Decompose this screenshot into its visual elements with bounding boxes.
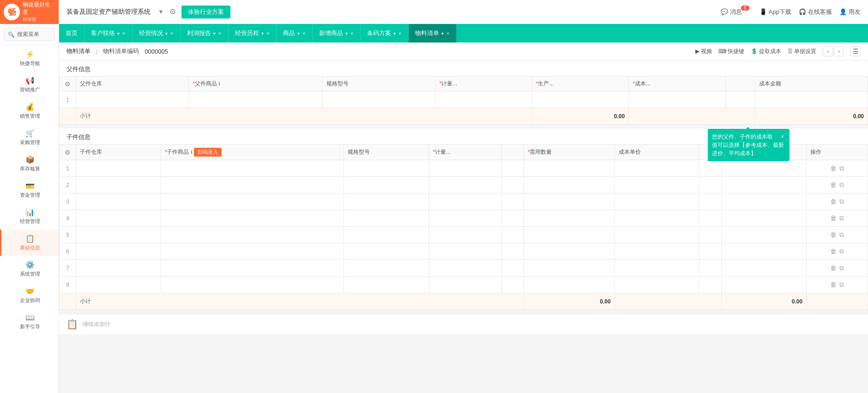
- delete-icon[interactable]: 🗑: [830, 214, 837, 222]
- sidebar-item-guide[interactable]: 📖 新手引导: [0, 308, 59, 335]
- tab-close-icon[interactable]: ✕: [266, 31, 270, 36]
- scan-input-button[interactable]: 扫码录入: [194, 148, 222, 157]
- tab-close-icon[interactable]: ✕: [446, 31, 450, 36]
- delete-icon[interactable]: 🗑: [830, 181, 837, 189]
- child-cell-warehouse[interactable]: [76, 210, 161, 227]
- child-cell-unit-cost[interactable]: [615, 260, 699, 277]
- nav-tab-首页[interactable]: 首页: [59, 24, 84, 42]
- delete-icon[interactable]: 🗑: [830, 164, 837, 172]
- sidebar-item-finance[interactable]: 💳 资金管理: [0, 177, 59, 203]
- parent-cell-warehouse[interactable]: [76, 91, 189, 108]
- tab-close-icon[interactable]: ✕: [398, 31, 402, 36]
- child-cell-spec[interactable]: [344, 227, 429, 243]
- parent-cell-spec[interactable]: [323, 91, 435, 108]
- tab-close-icon[interactable]: ✕: [218, 31, 222, 36]
- parent-col-settings[interactable]: ⚙: [60, 77, 76, 91]
- nav-tab-商品[interactable]: 商品▾✕: [277, 24, 313, 42]
- tab-close-icon[interactable]: ✕: [122, 31, 126, 36]
- child-cell-qty[interactable]: [429, 160, 501, 177]
- copy-icon[interactable]: ⧉: [839, 198, 844, 206]
- online-service-item[interactable]: 🎧 在线客服: [799, 8, 832, 16]
- child-cell-qty[interactable]: [429, 277, 501, 293]
- child-cell-warehouse[interactable]: [76, 260, 161, 277]
- sidebar-item-sales[interactable]: 💰 销售管理: [0, 98, 59, 124]
- child-cell-spec[interactable]: [344, 193, 429, 210]
- child-cell-qty[interactable]: [429, 243, 501, 260]
- tab-close-icon[interactable]: ✕: [302, 31, 306, 36]
- tab-close-icon[interactable]: ✕: [350, 31, 354, 36]
- child-cell-unit-cost[interactable]: [615, 160, 699, 177]
- tab-dropdown-icon[interactable]: ▾: [117, 31, 120, 36]
- cost-action[interactable]: 💲 提取成本: [751, 48, 781, 55]
- video-action[interactable]: ▶ 视频: [695, 48, 712, 55]
- child-cell-product[interactable]: [161, 243, 344, 260]
- child-cell-product[interactable]: [161, 277, 344, 293]
- child-cell-warehouse[interactable]: [76, 227, 161, 243]
- child-cell-unit-cost[interactable]: [615, 210, 699, 227]
- delete-icon[interactable]: 🗑: [830, 198, 837, 206]
- settings-action[interactable]: ☰ 单据设置: [788, 48, 816, 55]
- child-cell-unit-cost[interactable]: [615, 177, 699, 193]
- copy-icon[interactable]: ⧉: [839, 231, 844, 239]
- child-col-settings[interactable]: ⚙: [60, 145, 76, 160]
- delete-icon[interactable]: 🗑: [830, 264, 837, 272]
- child-cell-qty[interactable]: [429, 260, 501, 277]
- child-cell-unit-cost[interactable]: [615, 227, 699, 243]
- child-cell-needed[interactable]: [524, 210, 615, 227]
- delete-icon[interactable]: 🗑: [830, 231, 837, 239]
- copy-icon[interactable]: ⧉: [839, 248, 844, 255]
- parent-cell-cost[interactable]: [629, 91, 725, 108]
- tab-dropdown-icon[interactable]: ▾: [345, 31, 348, 36]
- message-item[interactable]: 💬 消息 6: [721, 8, 752, 16]
- tab-dropdown-icon[interactable]: ▾: [213, 31, 216, 36]
- parent-cell-product[interactable]: [189, 91, 323, 108]
- nav-tab-新增商品[interactable]: 新增商品▾✕: [313, 24, 361, 42]
- child-cell-unit-cost[interactable]: [615, 277, 699, 293]
- tab-close-icon[interactable]: ✕: [170, 31, 174, 36]
- sidebar-item-inventory[interactable]: 📦 库存核算: [0, 151, 59, 177]
- child-cell-spec[interactable]: [344, 277, 429, 293]
- copy-icon[interactable]: ⧉: [839, 264, 844, 272]
- child-cell-spec[interactable]: [344, 260, 429, 277]
- tab-dropdown-icon[interactable]: ▾: [441, 31, 444, 36]
- nav-tab-经营情况[interactable]: 经营情况▾✕: [133, 24, 181, 42]
- child-cell-needed[interactable]: [524, 243, 615, 260]
- sidebar-item-system[interactable]: ⚙️ 系统管理: [0, 256, 59, 282]
- tab-dropdown-icon[interactable]: ▾: [165, 31, 168, 36]
- child-cell-needed[interactable]: [524, 260, 615, 277]
- user-item[interactable]: 👤 用友: [839, 8, 861, 16]
- child-cell-warehouse[interactable]: [76, 277, 161, 293]
- child-cell-warehouse[interactable]: [76, 243, 161, 260]
- add-row-icon[interactable]: 📋: [66, 319, 78, 330]
- system-dropdown-icon[interactable]: ▼: [158, 8, 164, 15]
- child-cell-qty[interactable]: [429, 193, 501, 210]
- child-cell-qty[interactable]: [429, 227, 501, 243]
- sidebar-item-purchase[interactable]: 🛒 采购管理: [0, 124, 59, 151]
- tab-dropdown-icon[interactable]: ▾: [393, 31, 396, 36]
- child-cell-needed[interactable]: [524, 193, 615, 210]
- tab-dropdown-icon[interactable]: ▾: [297, 31, 300, 36]
- search-menu-button[interactable]: 🔍 搜索菜单: [4, 28, 55, 41]
- copy-icon[interactable]: ⧉: [839, 164, 844, 172]
- settings-icon[interactable]: ⚙: [169, 7, 176, 16]
- tooltip-close-button[interactable]: ×: [781, 133, 784, 141]
- child-cell-warehouse[interactable]: [76, 177, 161, 193]
- app-download-item[interactable]: 📱 App下载: [760, 8, 791, 16]
- sidebar-item-operations[interactable]: 📊 经营管理: [0, 203, 59, 230]
- child-cell-needed[interactable]: [524, 177, 615, 193]
- child-cell-qty[interactable]: [429, 210, 501, 227]
- copy-icon[interactable]: ⧉: [839, 214, 844, 222]
- delete-icon[interactable]: 🗑: [830, 281, 837, 289]
- nav-tab-条码方案[interactable]: 条码方案▾✕: [361, 24, 409, 42]
- child-cell-unit-cost[interactable]: [615, 193, 699, 210]
- child-cell-product[interactable]: [161, 227, 344, 243]
- sidebar-item-quicknav[interactable]: ⚡ 快捷导航: [0, 45, 59, 72]
- next-arrow-button[interactable]: ›: [834, 46, 844, 56]
- sidebar-item-marketing[interactable]: 📢 营销推广: [0, 72, 59, 98]
- child-cell-product[interactable]: [161, 177, 344, 193]
- trial-button[interactable]: 体验行业方案: [181, 6, 230, 18]
- child-cell-warehouse[interactable]: [76, 160, 161, 177]
- child-cell-product[interactable]: [161, 210, 344, 227]
- child-cell-needed[interactable]: [524, 227, 615, 243]
- parent-cell-qty[interactable]: [435, 91, 532, 108]
